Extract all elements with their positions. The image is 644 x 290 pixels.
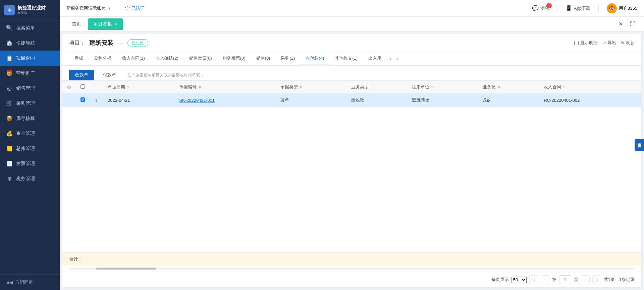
table-footer: 合计： <box>62 252 641 266</box>
th-settings[interactable]: ⚙ <box>62 81 76 94</box>
subtab-inout[interactable]: 出入库 <box>363 52 387 65</box>
th-salesperson[interactable]: 业务员 ⇅ <box>478 81 539 94</box>
project-header: 项目： 建筑安装 ··· 已生效 显示明细 ↗ 导出 ↻ 刷新 <box>62 34 641 52</box>
subtab-purchase[interactable]: 采购(2) <box>275 52 300 65</box>
message-button[interactable]: 💬 消息 1 <box>532 5 549 11</box>
sidebar-item-label: 项目合同 <box>16 55 35 61</box>
sort-icon-number: ⇅ <box>199 85 201 89</box>
project-more-button[interactable]: ··· <box>117 40 123 47</box>
unpin-icon: ◀◀ <box>6 280 13 285</box>
subtab-receipt[interactable]: 收付款(4) <box>300 52 329 65</box>
export-button[interactable]: ↗ 导出 <box>602 40 616 46</box>
sidebar-item-invoice[interactable]: 🧾 发票管理 <box>0 156 60 171</box>
show-detail-checkbox[interactable]: 显示明细 <box>574 40 598 46</box>
cell-number: SK-20220421-001 <box>174 94 275 107</box>
logo-icon: ⊞ <box>4 5 15 15</box>
subtab-prev-arrow[interactable]: ‹ <box>387 53 394 65</box>
subtab-other-income[interactable]: 其他收支(1) <box>329 52 363 65</box>
maximize-window-button[interactable]: ⛶ <box>628 19 637 29</box>
phone-icon: 📱 <box>566 5 572 11</box>
project-icon: 📋 <box>6 55 13 61</box>
user-menu[interactable]: 🐯 用户3355 <box>607 3 637 13</box>
sidebar-item-label: 税务管理 <box>16 176 35 182</box>
sort-icon-income-contract: ⇅ <box>563 85 566 89</box>
sidebar-item-ledger[interactable]: 📒 总账管理 <box>0 141 60 156</box>
last-page-button[interactable]: ⟩⟩ <box>592 275 601 284</box>
th-number[interactable]: 单据编号 ⇅ <box>174 81 275 94</box>
topbar: 新服务官网演示账套 ▼ 🛡 已认证 💬 消息 1 📱 App下载 🐯 用户335… <box>60 0 644 17</box>
cell-checkbox[interactable] <box>76 94 90 107</box>
tax-icon: ⊛ <box>6 175 13 182</box>
sidebar-item-purchase[interactable]: 🛒 采购管理 <box>0 96 60 111</box>
sidebar-item-capital[interactable]: 💰 资金管理 <box>0 126 60 141</box>
th-date[interactable]: 单据日期 ⇅ <box>103 81 174 94</box>
sum-label: 合计： <box>69 256 82 262</box>
next-page-button[interactable]: › <box>581 275 590 284</box>
scrollbar-track[interactable] <box>69 268 635 270</box>
row-checkbox[interactable] <box>80 97 85 102</box>
scrollbar-thumb[interactable] <box>96 268 156 270</box>
select-all-checkbox[interactable] <box>80 84 85 89</box>
th-income-contract[interactable]: 收入合同 ⇅ <box>539 81 641 94</box>
sidebar-item-label: 总账管理 <box>16 146 35 152</box>
subtab-sales[interactable]: 销售(0) <box>251 52 276 65</box>
quick-panel-icon: 📋 <box>637 143 642 148</box>
first-page-button[interactable]: ⟨⟨ <box>529 275 538 284</box>
logo-text-block: 畅捷通好业财 标准版 <box>17 5 46 15</box>
subtab-profit[interactable]: 盈利分析 <box>89 52 117 65</box>
sidebar-nav: 🔍 搜索菜单 🏠 快捷导航 📋 项目合同 🎁 营销推广 ◎ 销售管理 🛒 采购管… <box>0 20 60 274</box>
sidebar-item-label: 采购管理 <box>16 100 35 106</box>
message-badge: 1 <box>546 3 552 8</box>
th-checkbox[interactable] <box>76 81 90 94</box>
sidebar-item-shortcut[interactable]: 🏠 快捷导航 <box>0 35 60 51</box>
doc-tab-receipt[interactable]: 收款单 <box>69 70 94 80</box>
sidebar-item-sales[interactable]: ◎ 销售管理 <box>0 81 60 96</box>
show-detail-input[interactable] <box>574 41 579 45</box>
sidebar-unpin-button[interactable]: ◀◀ 取消固定 <box>0 274 60 290</box>
ledger-icon: 📒 <box>6 145 13 152</box>
tab-home[interactable]: 首页 <box>66 18 87 30</box>
logo-sub: 标准版 <box>17 10 46 15</box>
prev-page-button[interactable]: ‹ <box>541 275 549 284</box>
sidebar-item-project[interactable]: 📋 项目合同 <box>0 51 60 66</box>
doc-number-link[interactable]: SK-20220421-001 <box>179 98 215 103</box>
app-download-button[interactable]: 📱 App下载 <box>566 5 590 11</box>
subtab-next-arrow[interactable]: › <box>394 53 401 65</box>
tab-close-icon[interactable]: ✕ <box>114 22 117 26</box>
table-row[interactable]: 1 2022-04-21 SK-20220421-001 蓝单 应收款 宏茂商场… <box>62 94 641 107</box>
project-status-badge: 已生效 <box>127 39 148 47</box>
page-input[interactable] <box>559 275 571 284</box>
subtab-tax-invoice[interactable]: 税务发票(0) <box>217 52 251 65</box>
sidebar-item-search[interactable]: 🔍 搜索菜单 <box>0 20 60 35</box>
search-icon: 🔍 <box>6 25 13 31</box>
account-selector[interactable]: 新服务官网演示账套 ▼ <box>66 5 111 11</box>
refresh-button[interactable]: ↻ 刷新 <box>621 40 635 46</box>
sidebar-item-label: 资金管理 <box>16 131 35 137</box>
th-partner[interactable]: 往来单位 ⇅ <box>407 81 478 94</box>
quick-panel-button[interactable]: 📋 <box>635 139 644 151</box>
doc-tab-payment[interactable]: 付款单 <box>97 70 122 80</box>
subtab-sales-invoice[interactable]: 销售发票(0) <box>184 52 217 65</box>
tab-project-board-label: 项目看板 <box>93 21 112 27</box>
sidebar-item-inventory[interactable]: 📦 库存核算 <box>0 111 60 126</box>
subtab-kanban[interactable]: 看板 <box>69 52 89 65</box>
cell-num: 1 <box>90 94 103 107</box>
subtab-income-contract[interactable]: 收入合同(1) <box>117 52 150 65</box>
th-type[interactable]: 单据类型 ⇅ <box>276 81 346 94</box>
table-container: ⚙ 单据日期 ⇅ 单据编号 ⇅ 单据类型 ⇅ 业务类型 往来单位 ⇅ 业务员 ⇅… <box>62 80 641 252</box>
sidebar-logo: ⊞ 畅捷通好业财 标准版 <box>0 0 60 20</box>
subtab-income-confirm[interactable]: 收入确认(2) <box>150 52 184 65</box>
logo-title: 畅捷通好业财 <box>17 5 46 11</box>
cell-salesperson: 龙妹 <box>478 94 539 107</box>
close-window-button[interactable]: ✕ <box>616 19 625 29</box>
tab-project-board[interactable]: 项目看板 ✕ <box>88 18 123 30</box>
sidebar-item-marketing[interactable]: 🎁 营销推广 <box>0 66 60 81</box>
per-page-select[interactable]: 50 10 20 100 <box>512 277 527 283</box>
content-area: 项目： 建筑安装 ··· 已生效 显示明细 ↗ 导出 ↻ 刷新 <box>62 34 641 287</box>
cell-income-contract: RC-20220401-002 <box>539 94 641 107</box>
th-num <box>90 81 103 94</box>
sidebar-item-tax[interactable]: ⊛ 税务管理 <box>0 171 60 186</box>
capital-icon: 💰 <box>6 130 13 137</box>
tabbar-right: ✕ ⛶ <box>616 19 637 29</box>
refresh-icon: ↻ <box>621 41 625 46</box>
